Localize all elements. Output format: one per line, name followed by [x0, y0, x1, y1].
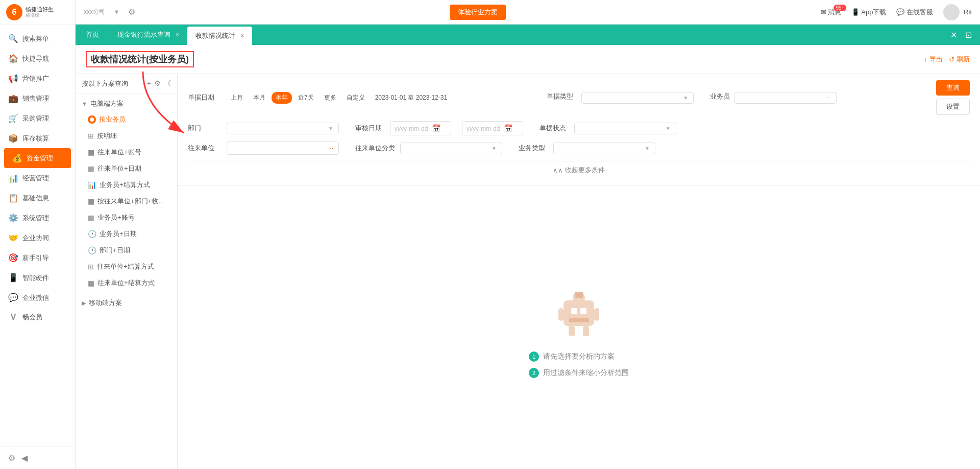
review-date-start[interactable]: yyyy-mm-dd 📅 — [390, 121, 451, 135]
sidebar-settings-icon[interactable]: ⚙ — [8, 453, 15, 463]
refresh-button[interactable]: ↺ 刷新 — [949, 55, 970, 64]
svg-rect-2 — [580, 308, 586, 314]
doc-status-dropdown-icon: ▼ — [666, 126, 671, 131]
header-dropdown-icon[interactable]: ▼ — [113, 8, 120, 16]
scheme-group-desktop: ▼ 电脑端方案 按业务员 ⊞ 按明细 — [76, 94, 177, 293]
sidebar-collapse-icon[interactable]: ◀ — [21, 453, 28, 463]
sidebar-item-purchase[interactable]: 🛒 采购管理 — [0, 108, 75, 128]
group-arrow-right-icon: ▶ — [82, 300, 86, 307]
sidebar-item-cooperation[interactable]: 🤝 企业协同 — [0, 228, 75, 248]
scheme-item-salesperson-account[interactable]: ▦ 业务员+账号 — [76, 209, 177, 226]
grid-icon: ⊞ — [88, 132, 94, 140]
tab-collection[interactable]: 收款情况统计 × — [187, 27, 252, 45]
system-icon: ⚙️ — [8, 213, 18, 223]
date-tab-7days[interactable]: 近7天 — [294, 92, 318, 104]
scheme-item-salesperson-settlement[interactable]: 📊 业务员+结算方式 — [76, 177, 177, 193]
download-icon: 📱 — [851, 8, 860, 16]
sidebar-item-marketing[interactable]: 📢 营销推广 — [0, 68, 75, 88]
sidebar-item-search[interactable]: 🔍 搜索菜单 — [0, 29, 75, 49]
doc-type-select[interactable]: ▼ — [581, 92, 694, 104]
date-tab-lastmonth[interactable]: 上月 — [227, 92, 247, 104]
dept-select[interactable]: ▼ — [227, 123, 339, 134]
calendar-start-icon[interactable]: 📅 — [432, 124, 440, 132]
doc-status-select[interactable]: ▼ — [574, 123, 676, 134]
sidebar-item-hardware[interactable]: 📱 智能硬件 — [0, 268, 75, 288]
scheme-settings-icon[interactable]: ⚙ — [154, 79, 161, 88]
scheme-item-salesperson[interactable]: 按业务员 — [76, 111, 177, 128]
counterpart-cat-select[interactable]: ▼ — [400, 143, 502, 154]
scheme-item-unit-settlement2[interactable]: ▦ 往来单位+结算方式 — [76, 275, 177, 291]
clock2-icon: 🕐 — [88, 246, 96, 254]
review-date-input: yyyy-mm-dd 📅 — yyyy-mm-dd 📅 — [390, 121, 523, 135]
sidebar-item-system[interactable]: ⚙️ 系统管理 — [0, 208, 75, 228]
scheme-item-dept-date[interactable]: 🕐 部门+日期 — [76, 242, 177, 259]
tab-bank[interactable]: 现金银行流水查询 × — [109, 25, 187, 45]
counterpart-cat-label: 往来单位分类 — [355, 144, 396, 153]
sidebar-item-base[interactable]: 📋 基础信息 — [0, 188, 75, 208]
sidebar-item-quicknav[interactable]: 🏠 快捷导航 — [0, 49, 75, 68]
inventory-icon: 📦 — [8, 133, 18, 143]
settings-button[interactable]: 设置 — [936, 99, 970, 115]
sidebar-item-operation[interactable]: 📊 经营管理 — [0, 168, 75, 188]
scheme-group-desktop-header[interactable]: ▼ 电脑端方案 — [76, 96, 177, 111]
filter-row-1: 单据日期 上月 本月 本年 近7天 更多 自定义 2023-01-01 至 20… — [188, 80, 970, 115]
finance-icon: 💰 — [12, 153, 22, 163]
date-tab-thismonth[interactable]: 本月 — [249, 92, 270, 104]
logo-icon: 6 — [6, 4, 22, 20]
sidebar-item-finance[interactable]: 💰 资金管理 — [4, 148, 71, 168]
header-center-actions: 体验行业方案 — [450, 5, 506, 20]
sidebar-item-member[interactable]: V 畅会员 — [0, 308, 75, 327]
salesperson-select[interactable]: ··· — [734, 92, 837, 104]
review-date-end[interactable]: yyyy-mm-dd 📅 — [462, 121, 523, 135]
trial-button[interactable]: 体验行业方案 — [450, 5, 506, 20]
tab-bank-close[interactable]: × — [176, 31, 179, 38]
svg-rect-1 — [571, 308, 577, 314]
table-icon: ▦ — [88, 148, 94, 156]
scheme-item-unit-settlement1[interactable]: ⊞ 往来单位+结算方式 — [76, 259, 177, 275]
export-button[interactable]: ↑ 导出 — [924, 55, 943, 64]
date-range-display: 2023-01-01 至 2023-12-31 — [375, 93, 447, 102]
header-settings-icon[interactable]: ⚙ — [128, 7, 135, 17]
doc-type-label: 单据类型 — [547, 92, 577, 104]
scheme-item-salesperson-date[interactable]: 🕐 业务员+日期 — [76, 226, 177, 242]
sidebar: 6 畅捷通好生 标准版 🔍 搜索菜单 🏠 快捷导航 📢 营销推广 💼 — [0, 0, 76, 469]
sidebar-item-guide[interactable]: 🎯 新手引导 — [0, 248, 75, 268]
filter-row-3: 往来单位 ··· 往来单位分类 ▼ — [188, 142, 970, 155]
scheme-item-unit-dept[interactable]: ▦ 按往来单位+部门+收... — [76, 193, 177, 209]
online-service[interactable]: 💬 在线客服 — [896, 8, 933, 17]
message-icon: ✉ — [821, 8, 826, 16]
refresh-icon: ↺ — [949, 56, 954, 63]
counterpart-more-icon[interactable]: ··· — [328, 145, 333, 152]
sidebar-item-inventory[interactable]: 📦 库存核算 — [0, 128, 75, 148]
scheme-header-label: 按以下方案查询 — [82, 79, 128, 88]
scheme-item-unit-date[interactable]: ▦ 往来单位+日期 — [76, 160, 177, 177]
scheme-add-icon[interactable]: + — [147, 79, 151, 88]
date-tab-more[interactable]: 更多 — [320, 92, 340, 104]
scheme-collapse-icon[interactable]: 《 — [164, 79, 171, 88]
biz-type-select[interactable]: ▼ — [553, 143, 655, 154]
sidebar-item-sales[interactable]: 💼 销售管理 — [0, 88, 75, 108]
user-avatar[interactable] — [943, 4, 960, 20]
scheme-item-unit-account[interactable]: ▦ 往来单位+账号 — [76, 144, 177, 160]
date-tab-thisyear[interactable]: 本年 — [272, 92, 292, 104]
query-button[interactable]: 查询 — [936, 80, 970, 96]
page-header: 收款情况统计(按业务员) ↑ 导出 ↺ 刷新 — [76, 45, 980, 74]
scheme-group-mobile-header[interactable]: ▶ 移动端方案 — [76, 295, 177, 311]
scheme-item-detail[interactable]: ⊞ 按明细 — [76, 128, 177, 144]
user-name: Rit — [964, 8, 972, 16]
sidebar-item-wechat[interactable]: 💬 企业微信 — [0, 288, 75, 308]
message-area[interactable]: ✉ 消息 99+ — [821, 8, 842, 17]
tab-home[interactable]: 首页 — [76, 25, 109, 45]
collapse-filter-button[interactable]: ∧∧ 收起更多条件 — [188, 161, 970, 179]
date-tab-custom[interactable]: 自定义 — [342, 92, 369, 104]
member-icon: V — [8, 313, 18, 322]
tab-collection-close[interactable]: × — [240, 32, 244, 39]
counterpart-select[interactable]: ··· — [227, 142, 339, 155]
empty-illustration — [548, 280, 609, 341]
window-maximize-icon[interactable]: ⊡ — [963, 28, 974, 42]
window-close-icon[interactable]: ✕ — [948, 28, 959, 42]
svg-rect-9 — [575, 292, 583, 298]
app-download[interactable]: 📱 App下载 — [851, 8, 886, 17]
calendar-end-icon[interactable]: 📅 — [504, 124, 512, 132]
home-icon: 🏠 — [8, 54, 18, 63]
